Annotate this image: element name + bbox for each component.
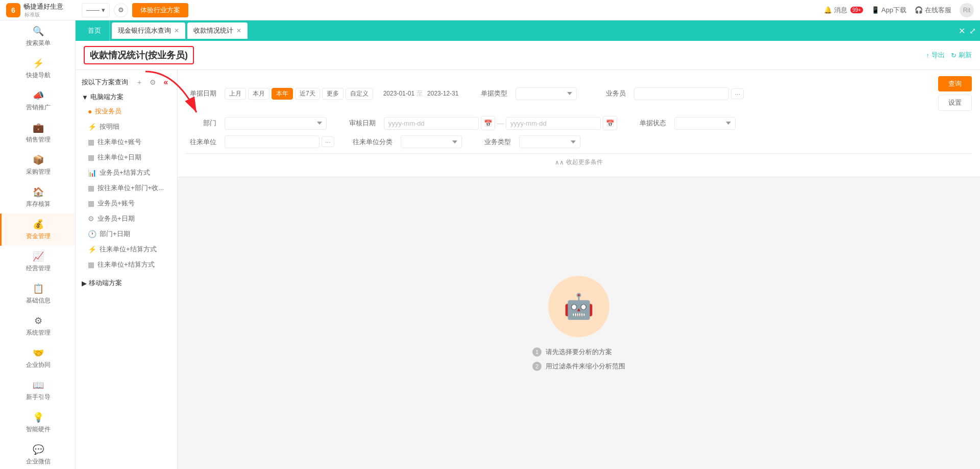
logo-badge: 标准版 [24,11,63,18]
scheme-item-salesperson-date[interactable]: ⚙ 业务员+日期 [76,211,177,226]
scheme-item-salesperson-payment[interactable]: 📊 业务员+结算方式 [76,165,177,180]
scheme-item-label: 往来单位+结算方式 [97,260,155,269]
doc-status-select[interactable] [674,117,736,130]
tab-collection-close[interactable]: ✕ [236,27,241,34]
export-label: 导出 [932,51,945,60]
scheme-item-detail[interactable]: ⚡ 按明细 [76,119,177,134]
sidebar-item-label: 智能硬件 [26,425,51,434]
sidebar-item-system[interactable]: ⚙ 系统管理 [0,310,75,342]
partner-category-select[interactable] [401,135,462,148]
tab-cashflow[interactable]: 现金银行流水查询 ✕ [112,22,185,39]
mobile-scheme-group[interactable]: ▶ 移动端方案 [76,276,177,290]
sidebar-item-wechat[interactable]: 💬 企业微信 [0,439,75,469]
scheme-item-partner-dept[interactable]: ▦ 按往来单位+部门+收... [76,180,177,196]
export-btn[interactable]: ↑ 导出 [926,51,945,60]
scheme-icon: ▦ [88,199,94,207]
inventory-icon: 🏠 [33,186,44,198]
sidebar-item-quicknav[interactable]: ⚡ 快捷导航 [0,53,75,85]
date-btn-last7[interactable]: 近7天 [295,88,320,100]
message-label: 消息 [834,6,847,15]
top-bar: 6 畅捷通好生意 标准版 —— ▾ ⚙ 体验行业方案 🔔 消息 99+ 📱 Ap… [0,0,980,20]
dept-select[interactable] [225,117,327,130]
partner-category-label: 往来单位分类 [353,137,393,147]
query-button-group: 查询 设置 [938,76,972,111]
sidebar-item-search[interactable]: 🔍 搜索菜单 [0,20,75,53]
tab-cashflow-close[interactable]: ✕ [174,27,179,34]
scheme-item-partner-payment1[interactable]: ⚡ 往来单位+结算方式 [76,242,177,257]
online-service-btn[interactable]: 🎧 在线客服 [915,6,951,15]
app-download-btn[interactable]: 📱 App下载 [871,6,906,15]
sidebar-item-inventory[interactable]: 🏠 库存核算 [0,181,75,214]
page-header: 收款情况统计(按业务员) ↑ 导出 ↻ 刷新 [76,41,980,70]
refresh-icon: ↻ [951,52,957,59]
sidebar-item-collab[interactable]: 🤝 企业协同 [0,342,75,374]
empty-tip-2: 2 用过滤条件来缩小分析范围 [532,362,625,371]
sales-icon: 💼 [33,122,44,133]
refresh-btn[interactable]: ↻ 刷新 [951,51,972,60]
tab-maximize-btn[interactable]: ⤢ [969,26,976,36]
review-date-to[interactable] [506,117,601,130]
scheme-item-partner-date[interactable]: ▦ 往来单位+日期 [76,150,177,165]
sidebar-item-marketing[interactable]: 📣 营销推广 [0,85,75,117]
scheme-item-partner-payment2[interactable]: ▦ 往来单位+结算方式 [76,257,177,272]
filter-row-2: 部门 审核日期 📅 — 📅 [186,116,972,130]
system-icon: ⚙ [34,315,42,326]
scheme-settings-btn[interactable]: ⚙ [148,77,158,87]
settings-btn[interactable]: 设置 [938,95,972,111]
collapse-panel-btn[interactable]: « [161,77,171,87]
date-separator: 至 [416,89,423,98]
add-scheme-btn[interactable]: + [134,77,144,87]
sidebar-item-hardware[interactable]: 💡 智能硬件 [0,407,75,439]
nav-settings-btn[interactable]: ⚙ [114,3,128,17]
scheme-item-dept-date[interactable]: 🕐 部门+日期 [76,226,177,242]
biz-type-label: 业务类型 [480,137,511,147]
review-date-separator: — [497,120,504,127]
page-title-box: 收款情况统计(按业务员) [84,46,194,64]
company-selector[interactable]: —— ▾ [82,3,110,17]
page-title: 收款情况统计(按业务员) [90,50,188,60]
user-avatar[interactable]: Rit [960,3,974,17]
doc-type-select[interactable] [516,87,577,100]
scheme-item-salesperson-account[interactable]: ▦ 业务员+账号 [76,196,177,211]
date-btn-this-year[interactable]: 本年 [272,88,293,100]
tab-home[interactable]: 首页 [80,20,110,41]
scheme-icon: ⚡ [88,245,96,253]
export-icon: ↑ [926,52,930,59]
sidebar-item-guide[interactable]: 📖 新手引导 [0,374,75,407]
trial-button[interactable]: 体验行业方案 [132,3,188,17]
scheme-item-partner-account[interactable]: ▦ 往来单位+账号 [76,134,177,150]
partner-group: ··· [225,135,334,148]
partner-more-btn[interactable]: ··· [322,136,334,147]
date-btn-this-month[interactable]: 本月 [248,88,270,100]
sidebar-item-sales[interactable]: 💼 销售管理 [0,117,75,149]
review-date-from[interactable] [384,117,479,130]
date-btn-last-month[interactable]: 上月 [225,88,246,100]
left-panel-title: 按以下方案查询 [82,78,128,87]
scheme-icon: ⚡ [88,123,96,131]
sidebar-item-purchase[interactable]: 📦 采购管理 [0,149,75,181]
sidebar-item-business[interactable]: 📈 经营管理 [0,246,75,278]
desktop-scheme-group[interactable]: ▼ 电脑端方案 [76,90,177,104]
more-icon[interactable]: ··· [731,88,744,99]
message-btn[interactable]: 🔔 消息 99+ [824,6,863,15]
date-btn-custom[interactable]: 自定义 [346,88,373,100]
tab-collection[interactable]: 收款情况统计 ✕ [187,22,248,39]
date-quick-buttons: 上月 本月 本年 近7天 更多 自定义 [225,88,373,100]
left-panel-header: 按以下方案查询 + ⚙ « [76,74,177,90]
date-btn-more[interactable]: 更多 [322,88,344,100]
finance-icon: 💰 [33,219,44,230]
sidebar-item-basic[interactable]: 📋 基础信息 [0,278,75,310]
tab-close-all-btn[interactable]: ✕ [959,26,965,36]
page-actions: ↑ 导出 ↻ 刷新 [926,51,972,60]
calendar-to-btn[interactable]: 📅 [603,116,617,130]
biz-type-select[interactable] [519,135,580,148]
mobile-group-label: 移动端方案 [89,278,122,288]
query-btn[interactable]: 查询 [938,76,972,91]
scheme-item-salesperson[interactable]: ● 按业务员 [76,104,177,119]
partner-input[interactable] [225,135,320,148]
salesperson-input[interactable] [634,87,729,100]
sidebar-item-finance[interactable]: 💰 资金管理 [0,214,75,246]
partner-label: 往来单位 [186,137,216,147]
calendar-from-btn[interactable]: 📅 [481,116,495,130]
collapse-filter-btn[interactable]: ∧∧ 收起更多条件 [186,153,972,171]
